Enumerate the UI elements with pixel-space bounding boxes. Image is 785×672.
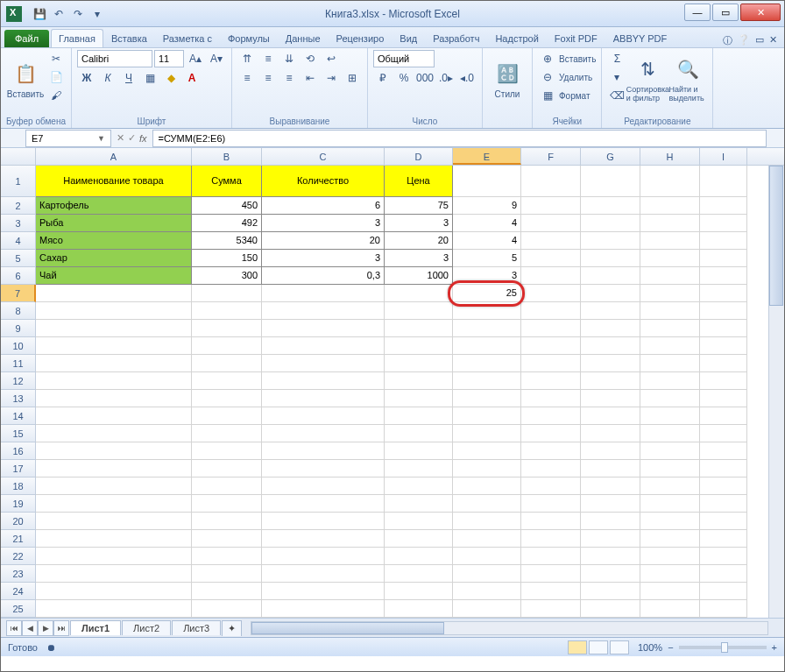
fx-icon[interactable]: fx (139, 133, 147, 144)
cell[interactable] (700, 355, 747, 372)
cell[interactable] (192, 337, 262, 355)
cell[interactable]: Наименование товара (36, 166, 192, 197)
sheet-tab[interactable]: Лист1 (70, 620, 121, 635)
cell[interactable] (700, 407, 747, 425)
font-name-combo[interactable]: Calibri (77, 50, 152, 67)
cell[interactable] (192, 477, 262, 495)
tab-addins[interactable]: Надстрой (487, 29, 546, 47)
cell[interactable] (640, 407, 700, 425)
cell[interactable] (453, 390, 521, 407)
cell[interactable] (385, 355, 453, 372)
sheet-nav-next[interactable]: ▶ (38, 620, 53, 636)
maximize-button[interactable]: ▭ (712, 4, 739, 21)
sheet-nav-last[interactable]: ⏭ (53, 620, 69, 636)
cell[interactable] (521, 320, 581, 337)
cell[interactable] (385, 285, 453, 302)
cell[interactable] (385, 337, 453, 355)
row-header[interactable]: 19 (1, 495, 36, 513)
row-header[interactable]: 22 (1, 548, 36, 565)
row-header[interactable]: 9 (1, 320, 36, 337)
cell[interactable]: Сумма (192, 166, 262, 197)
delete-cells-button[interactable]: ⊖ (538, 68, 557, 86)
cell[interactable] (262, 407, 385, 425)
cell[interactable] (385, 600, 453, 618)
cell[interactable] (453, 355, 521, 372)
cell[interactable] (581, 390, 640, 407)
cell[interactable] (262, 390, 385, 407)
cell[interactable] (521, 407, 581, 425)
cell[interactable]: Цена (385, 166, 453, 197)
tab-data[interactable]: Данные (278, 29, 329, 47)
cell[interactable] (192, 565, 262, 583)
cell[interactable] (36, 477, 192, 495)
cell[interactable] (453, 442, 521, 460)
indent-dec-button[interactable]: ⇤ (301, 69, 320, 87)
cell[interactable]: Рыба (36, 215, 192, 232)
merge-button[interactable]: ⊞ (343, 69, 362, 87)
zoom-out-button[interactable]: − (668, 642, 673, 653)
cell[interactable] (192, 442, 262, 460)
cell[interactable] (521, 215, 581, 232)
cell[interactable] (700, 250, 747, 267)
cell[interactable] (700, 166, 747, 197)
cell[interactable] (262, 302, 385, 320)
cell[interactable] (700, 477, 747, 495)
cell[interactable] (581, 513, 640, 530)
cell[interactable] (700, 583, 747, 600)
underline-button[interactable]: Ч (119, 69, 138, 87)
cell[interactable] (262, 285, 385, 302)
cell[interactable] (192, 460, 262, 477)
cell[interactable] (385, 565, 453, 583)
cell[interactable] (192, 583, 262, 600)
cell[interactable] (192, 548, 262, 565)
cell[interactable] (521, 337, 581, 355)
cell[interactable] (453, 372, 521, 390)
comma-button[interactable]: 000 (415, 69, 435, 87)
column-header[interactable]: I (700, 148, 747, 165)
cell[interactable] (521, 600, 581, 618)
cell[interactable] (262, 530, 385, 548)
cell[interactable]: 3 (262, 215, 385, 232)
indent-inc-button[interactable]: ⇥ (322, 69, 341, 87)
align-right-button[interactable]: ≡ (279, 69, 299, 87)
cell[interactable] (192, 407, 262, 425)
cell[interactable] (192, 390, 262, 407)
row-header[interactable]: 17 (1, 460, 36, 477)
cell[interactable]: 3 (385, 215, 453, 232)
tab-abbyy[interactable]: ABBYY PDF (605, 29, 675, 47)
cell[interactable] (453, 460, 521, 477)
cell[interactable] (581, 442, 640, 460)
select-all-corner[interactable] (1, 148, 36, 165)
cell[interactable] (581, 407, 640, 425)
cell[interactable] (385, 477, 453, 495)
cell[interactable] (453, 302, 521, 320)
cell[interactable] (385, 583, 453, 600)
close-button[interactable]: ✕ (740, 4, 781, 21)
cell[interactable] (700, 302, 747, 320)
cell[interactable] (521, 425, 581, 442)
cell[interactable] (36, 425, 192, 442)
cell[interactable] (36, 355, 192, 372)
cell[interactable] (640, 548, 700, 565)
row-header[interactable]: 12 (1, 372, 36, 390)
cell[interactable] (640, 460, 700, 477)
cell[interactable] (640, 355, 700, 372)
cell[interactable] (453, 166, 521, 197)
row-header[interactable]: 5 (1, 250, 36, 267)
autosum-button[interactable]: Σ (607, 50, 626, 67)
cell[interactable] (640, 197, 700, 215)
view-pagebreak-button[interactable] (610, 640, 629, 654)
cell[interactable] (640, 600, 700, 618)
percent-button[interactable]: % (394, 69, 414, 87)
new-sheet-button[interactable]: ✦ (222, 620, 242, 636)
font-size-combo[interactable]: 11 (154, 50, 184, 67)
file-tab[interactable]: Файл (4, 30, 49, 47)
cell[interactable] (385, 390, 453, 407)
row-header[interactable]: 13 (1, 390, 36, 407)
fx-confirm-icon[interactable]: ✓ (128, 132, 136, 144)
cell[interactable] (700, 390, 747, 407)
tab-formulas[interactable]: Формулы (220, 29, 278, 47)
cell[interactable] (262, 442, 385, 460)
cell[interactable] (581, 425, 640, 442)
undo-button[interactable]: ↶ (50, 5, 67, 23)
